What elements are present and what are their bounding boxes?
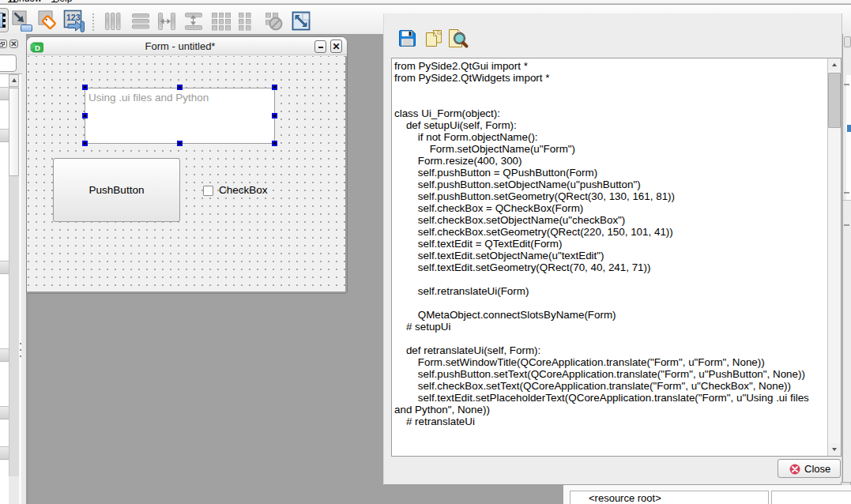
svg-text:123: 123 [66, 13, 81, 22]
svg-text:D: D [35, 43, 40, 52]
